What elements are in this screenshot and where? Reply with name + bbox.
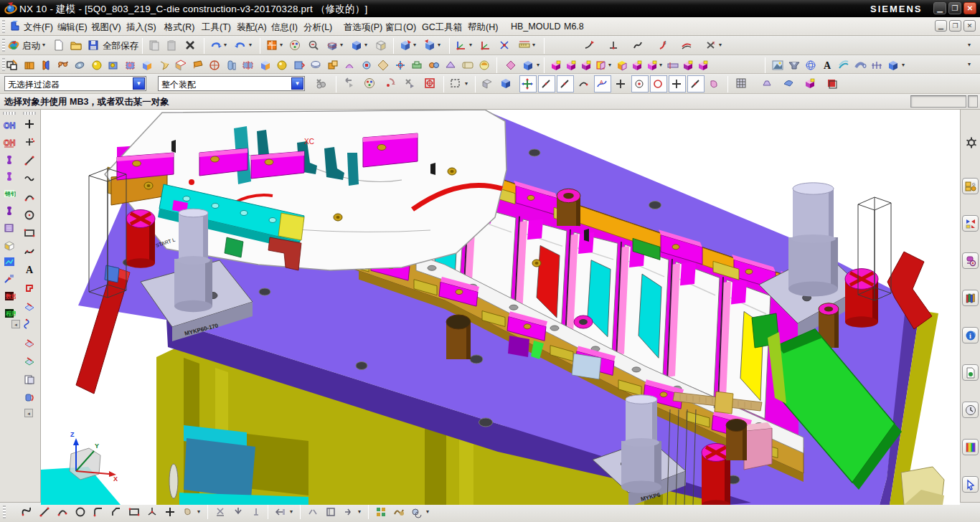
- svg-text:x: x: [712, 40, 715, 45]
- svg-text:Y: Y: [95, 442, 99, 450]
- svg-text:XC: XC: [304, 138, 314, 146]
- svg-text:A: A: [600, 80, 603, 85]
- svg-text:数控: 数控: [5, 293, 16, 300]
- svg-text:G: G: [972, 182, 976, 186]
- svg-text:程序: 程序: [5, 310, 16, 317]
- svg-text:Z: Z: [70, 431, 75, 438]
- svg-text:A: A: [26, 265, 34, 275]
- svg-text:OH: OH: [4, 121, 16, 130]
- svg-text:销钉: 销钉: [4, 191, 16, 197]
- svg-text:A: A: [824, 60, 831, 71]
- svg-text:i: i: [969, 332, 971, 340]
- svg-text:J: J: [664, 40, 666, 45]
- svg-text:X: X: [113, 475, 118, 483]
- svg-text:OH: OH: [4, 138, 16, 147]
